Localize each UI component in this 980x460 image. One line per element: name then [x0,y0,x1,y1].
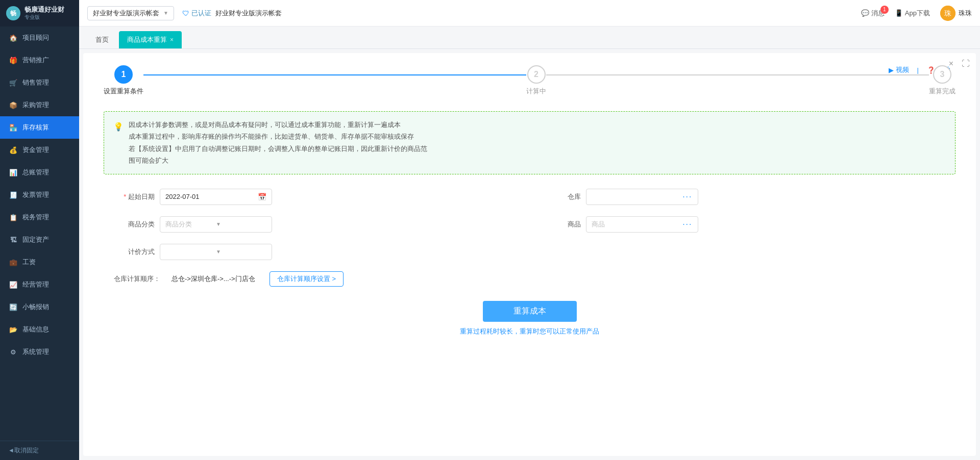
account-name: 好业财专业版演示帐套 [93,9,159,18]
marketing-icon: 🎁 [8,55,18,65]
tabbar: 首页 商品成本重算 × [79,27,980,49]
chevron-down-icon: ▼ [163,10,168,16]
recalc-button[interactable]: 重算成本 [483,301,577,322]
step-1: 1 设置重算条件 [104,65,143,96]
video-help-button[interactable]: ▶ 视频 [889,65,909,74]
content-area: × ⛶ 1 设置重算条件 2 计算中 3 重算完成 ▶ 视频 [83,53,976,456]
category-placeholder: 商品分类 [165,220,216,229]
step-1-label: 设置重算条件 [104,87,143,96]
category-select[interactable]: 商品分类 ▼ [160,216,272,233]
goods-placeholder: 商品 [592,220,683,229]
svg-text:珠: 珠 [944,9,951,17]
warehouse-order-setting-button[interactable]: 仓库计算顺序设置 > [270,271,344,287]
sidebar-label-salary: 工资 [22,258,36,267]
purchase-icon: 📦 [8,100,18,110]
warning-icon: 💡 [113,120,124,135]
sidebar-label-accounting: 总账管理 [22,168,49,177]
sidebar-item-assets[interactable]: 🏗 固定资产 [0,228,79,251]
basic-icon: 📂 [8,324,18,335]
start-date-label: 起始日期 [114,192,155,201]
sidebar-item-finance[interactable]: 💰 资金管理 [0,139,79,161]
sidebar-label-finance: 资金管理 [22,145,49,155]
start-date-value[interactable] [165,193,258,200]
chevron-down-icon: ▼ [216,221,266,227]
chevron-down-icon-pricing: ▼ [216,249,266,254]
phone-icon: 📱 [895,9,903,17]
goods-field: 商品 商品 ··· [540,216,946,233]
expand-button[interactable]: ⛶ [960,57,972,70]
sidebar-item-sales[interactable]: 🛒 销售管理 [0,71,79,94]
warehouse-order-value: 总仓->深圳仓库->...->门店仓 [172,274,255,284]
step-line-2 [546,74,929,75]
form-row-3: 计价方式 ▼ [114,244,945,260]
app-download-button[interactable]: 📱 App下载 [895,9,930,18]
app-title: 畅康通好业财 [24,6,64,14]
step-2-label: 计算中 [526,87,546,96]
inventory-icon: 🏪 [8,122,18,133]
sidebar-label-system: 系统管理 [22,347,49,356]
operation-icon: 📈 [8,279,18,290]
calendar-icon[interactable]: 📅 [258,193,266,201]
sidebar-item-tax[interactable]: 📋 税务管理 [0,206,79,228]
step-3: 3 重算完成 [929,65,955,96]
warehouse-order-row: 仓库计算顺序： 总仓->深圳仓库->...->门店仓 仓库计算顺序设置 > [114,271,945,287]
sidebar-nav: 🏠 项目顾问 🎁 营销推广 🛒 销售管理 📦 采购管理 🏪 库存核算 💰 资金管… [0,27,79,441]
step-2: 2 计算中 [526,65,546,96]
sidebar-item-inventory[interactable]: 🏪 库存核算 [0,116,79,139]
tab-cost-recalc-label: 商品成本重算 [127,35,167,44]
sidebar-item-operation[interactable]: 📈 经营管理 [0,273,79,296]
sidebar-label-inventory: 库存核算 [22,123,49,132]
step-line-1 [143,74,526,75]
form-section: 起始日期 📅 仓库 ··· 商品分类 [104,189,955,287]
sidebar-label-basic: 基础信息 [22,325,49,334]
sidebar-item-purchase[interactable]: 📦 采购管理 [0,94,79,116]
warehouse-input[interactable]: ··· [586,189,698,205]
msg-button[interactable]: 💬 消息 1 [861,9,885,18]
pricing-select[interactable]: ▼ [160,244,272,260]
goods-input[interactable]: 商品 ··· [586,216,698,233]
start-date-field: 起始日期 📅 [114,189,520,205]
sidebar-item-basic[interactable]: 📂 基础信息 [0,318,79,341]
sidebar-item-marketing[interactable]: 🎁 营销推广 [0,49,79,71]
play-icon: ▶ [889,66,894,74]
sidebar-label-marketing: 营销推广 [22,56,49,65]
tab-cost-recalc[interactable]: 商品成本重算 × [119,31,182,48]
avatar: 珠 [940,6,955,21]
sidebar-label-sales: 销售管理 [22,78,49,87]
salary-icon: 💼 [8,257,18,267]
sidebar-label-operation: 经营管理 [22,280,49,289]
sidebar-item-accounting[interactable]: 📊 总账管理 [0,161,79,184]
pricing-field: 计价方式 ▼ [114,244,520,260]
sales-icon: 🛒 [8,78,18,88]
chevron-right-icon: > [332,275,336,283]
sidebar-label-project: 项目顾问 [22,33,49,42]
sidebar-label-expense: 小畅报销 [22,302,49,312]
info-line-4: 围可能会扩大 [129,155,427,166]
info-line-2: 成本重算过程中，影响库存账的操作均不能操作，比如进货单、销货单、库存单据不能审核… [129,131,427,142]
sidebar-item-expense[interactable]: 🔄 小畅报销 [0,296,79,318]
sidebar-item-project[interactable]: 🏠 项目顾问 [0,27,79,49]
app-download-label: App下载 [905,9,930,18]
tax-icon: 📋 [8,212,18,222]
certified-text: 已认证 [191,9,211,18]
pricing-label: 计价方式 [114,247,155,257]
sidebar-item-invoice[interactable]: 🧾 发票管理 [0,184,79,206]
tab-close-icon[interactable]: × [170,36,174,43]
certified-badge: 🛡 已认证 [182,9,211,18]
tab-home[interactable]: 首页 [87,31,117,48]
user-profile[interactable]: 珠 珠珠 [940,6,972,21]
more-icon: ··· [682,192,692,201]
sidebar-item-salary[interactable]: 💼 工资 [0,251,79,273]
start-date-input[interactable]: 📅 [160,189,272,205]
sidebar-unpin[interactable]: ◄取消固定 [0,441,79,460]
topbar: 好业财专业版演示帐套 ▼ 🛡 已认证 好业财专业版演示帐套 💬 消息 1 📱 A… [79,0,980,27]
step-1-circle: 1 [114,65,133,84]
step-2-circle: 2 [527,65,546,84]
info-line-1: 因成本计算参数调整，或是对商品成本有疑问时，可以通过成本重算功能，重新计算一遍成… [129,119,427,131]
sidebar: 畅 畅康通好业财 专业版 🏠 项目顾问 🎁 营销推广 🛒 销售管理 📦 采购管理… [0,0,79,460]
sidebar-label-assets: 固定资产 [22,235,49,244]
sidebar-item-system[interactable]: ⚙ 系统管理 [0,341,79,363]
project-icon: 🏠 [8,33,18,43]
sidebar-label-tax: 税务管理 [22,213,49,222]
account-selector[interactable]: 好业财专业版演示帐套 ▼ [87,6,174,20]
